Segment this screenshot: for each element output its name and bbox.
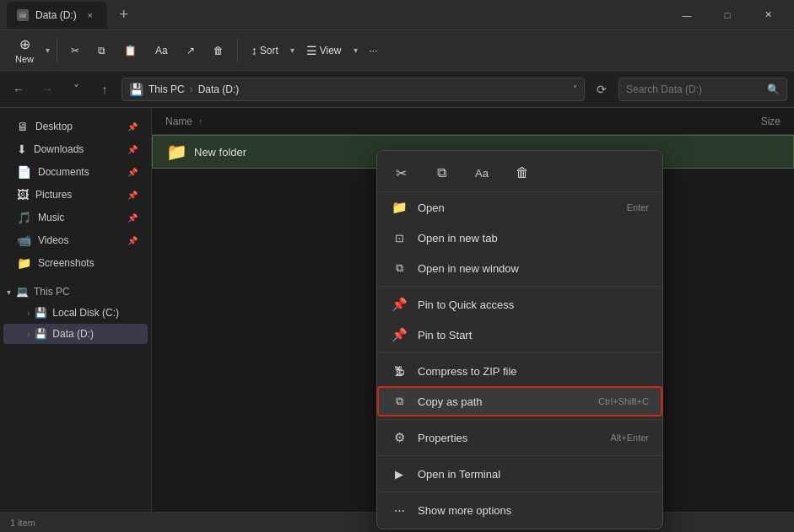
sidebar-item-screenshots[interactable]: 📁 Screenshots [3, 252, 148, 274]
ctx-copy-path-shortcut: Ctrl+Shift+C [598, 396, 649, 406]
sidebar-item-local-disk-c[interactable]: › 💾 Local Disk (C:) [3, 303, 148, 323]
ctx-open-terminal[interactable]: ▶ Open in Terminal [377, 459, 662, 489]
search-box[interactable]: 🔍 [618, 78, 787, 101]
delete-icon: 🗑 [213, 45, 224, 56]
sidebar-label-desktop: Desktop [35, 121, 73, 132]
cut-icon: ✂ [71, 45, 79, 56]
address-path[interactable]: 💾 This PC › Data (D:) ˅ [122, 78, 585, 101]
copy-icon: ⧉ [98, 45, 105, 56]
refresh-button[interactable]: ⟳ [590, 78, 613, 101]
ctx-more-label: Show more options [418, 504, 511, 517]
minimize-button[interactable]: — [667, 2, 706, 29]
search-input[interactable] [626, 83, 762, 95]
column-size: Size [696, 116, 780, 127]
forward-button[interactable]: → [35, 78, 59, 101]
sidebar-item-data-d[interactable]: › 💾 Data (D:) [3, 324, 148, 344]
ctx-separator-2 [377, 352, 662, 353]
tab-close-button[interactable]: × [84, 8, 97, 22]
data-d-icon: 💾 [35, 328, 47, 340]
ctx-open-new-window[interactable]: ⧉ Open in new window [377, 253, 662, 283]
sort-button[interactable]: ↕ Sort [243, 34, 287, 67]
new-tab-button[interactable]: + [112, 3, 136, 27]
ctx-terminal-label: Open in Terminal [418, 468, 500, 481]
pin-icon-downloads: 📌 [127, 145, 138, 154]
ctx-delete-button[interactable]: 🗑 [509, 159, 536, 186]
more-icon: ··· [370, 45, 378, 56]
ctx-copy-path-icon: ⧉ [391, 393, 408, 410]
ctx-properties-label: Properties [418, 432, 467, 444]
maximize-button[interactable]: □ [708, 2, 747, 29]
ctx-open-window-icon: ⧉ [391, 260, 408, 277]
share-button[interactable]: ↗ [178, 34, 203, 67]
ctx-open-icon: 📁 [391, 199, 408, 216]
paste-button[interactable]: 📋 [116, 34, 145, 67]
view-dropdown-arrow[interactable]: ▾ [352, 46, 359, 55]
sidebar-label-downloads: Downloads [34, 143, 84, 155]
delete-button[interactable]: 🗑 [205, 34, 232, 67]
tab[interactable]: Data (D:) × [7, 2, 107, 29]
toolbar: ⊕ New ▾ ✂ ⧉ 📋 Aa ↗ 🗑 ↕ Sort ▾ ☰ View ▾ ·… [0, 30, 794, 71]
svg-rect-1 [20, 13, 25, 14]
desktop-icon: 🖥 [17, 120, 29, 133]
ctx-copy-path-label: Copy as path [418, 395, 483, 408]
pin-icon-documents: 📌 [127, 168, 138, 177]
sidebar-item-desktop[interactable]: 🖥 Desktop 📌 [3, 116, 148, 137]
local-disk-icon: 💾 [35, 307, 47, 319]
ctx-separator-4 [377, 455, 662, 456]
screenshots-icon: 📁 [17, 256, 31, 270]
pin-icon-videos: 📌 [127, 236, 138, 245]
history-button[interactable]: ˅ [64, 78, 88, 101]
title-bar: Data (D:) × + — □ ✕ [0, 0, 794, 30]
ctx-copy-button[interactable]: ⧉ [428, 159, 455, 186]
sort-dropdown-arrow[interactable]: ▾ [289, 46, 296, 55]
path-dropdown-arrow[interactable]: ˅ [573, 84, 577, 94]
pin-icon-desktop: 📌 [127, 122, 138, 132]
sort-label: Sort [260, 45, 278, 56]
ctx-properties-shortcut: Alt+Enter [610, 433, 649, 443]
ctx-cut-button[interactable]: ✂ [387, 159, 414, 186]
close-button[interactable]: ✕ [748, 2, 787, 29]
pictures-icon: 🖼 [17, 188, 29, 202]
expand-c-icon: › [27, 309, 30, 318]
rename-icon: Aa [155, 45, 168, 56]
copy-button[interactable]: ⧉ [89, 34, 114, 67]
ctx-pin-start[interactable]: 📌 Pin to Start [377, 320, 662, 350]
toolbar-separator-2 [237, 38, 238, 63]
back-button[interactable]: ← [7, 78, 30, 101]
context-menu-toolbar: ✂ ⧉ Aa 🗑 [377, 154, 662, 192]
view-button[interactable]: ☰ View [298, 34, 350, 67]
drive-icon: 💾 [129, 83, 143, 96]
new-button[interactable]: ⊕ New [7, 34, 42, 67]
more-button[interactable]: ··· [361, 34, 386, 67]
rename-button[interactable]: Aa [147, 34, 176, 67]
status-text: 1 item [10, 518, 35, 528]
ctx-pin-quick[interactable]: 📌 Pin to Quick access [377, 289, 662, 320]
context-menu: ✂ ⧉ Aa 🗑 📁 Open Enter ⊡ Open in new tab … [376, 150, 663, 529]
new-dropdown-arrow[interactable]: ▾ [44, 46, 51, 55]
up-button[interactable]: ↑ [93, 78, 116, 101]
sidebar-item-videos[interactable]: 📹 Videos 📌 [3, 229, 148, 251]
ctx-open-window-label: Open in new window [418, 262, 519, 275]
sidebar-item-downloads[interactable]: ⬇ Downloads 📌 [3, 138, 148, 160]
expand-d-icon: › [27, 330, 30, 339]
sidebar-label-pictures: Pictures [35, 189, 72, 201]
ctx-copy-icon: ⧉ [437, 165, 446, 180]
folder-icon: 📁 [166, 142, 187, 162]
ctx-show-more[interactable]: ⋯ Show more options [377, 495, 662, 525]
sidebar-label-music: Music [38, 212, 64, 223]
sidebar-item-pictures[interactable]: 🖼 Pictures 📌 [3, 184, 148, 206]
ctx-open[interactable]: 📁 Open Enter [377, 192, 662, 223]
ctx-open-new-tab[interactable]: ⊡ Open in new tab [377, 223, 662, 253]
address-bar: ← → ˅ ↑ 💾 This PC › Data (D:) ˅ ⟳ 🔍 [0, 71, 794, 108]
sidebar-item-documents[interactable]: 📄 Documents 📌 [3, 161, 148, 183]
cut-button[interactable]: ✂ [62, 34, 88, 67]
search-icon: 🔍 [767, 83, 780, 95]
this-pc-section[interactable]: ▾ 💻 This PC [0, 282, 151, 302]
ctx-rename-button[interactable]: Aa [468, 159, 495, 186]
sidebar-item-music[interactable]: 🎵 Music 📌 [3, 207, 148, 228]
ctx-properties[interactable]: ⚙ Properties Alt+Enter [377, 422, 662, 453]
sidebar-label-videos: Videos [38, 234, 68, 246]
ctx-compress[interactable]: 🗜 Compress to ZIP file [377, 356, 662, 386]
ctx-copy-path[interactable]: ⧉ Copy as path Ctrl+Shift+C [377, 386, 662, 416]
share-icon: ↗ [186, 45, 195, 56]
